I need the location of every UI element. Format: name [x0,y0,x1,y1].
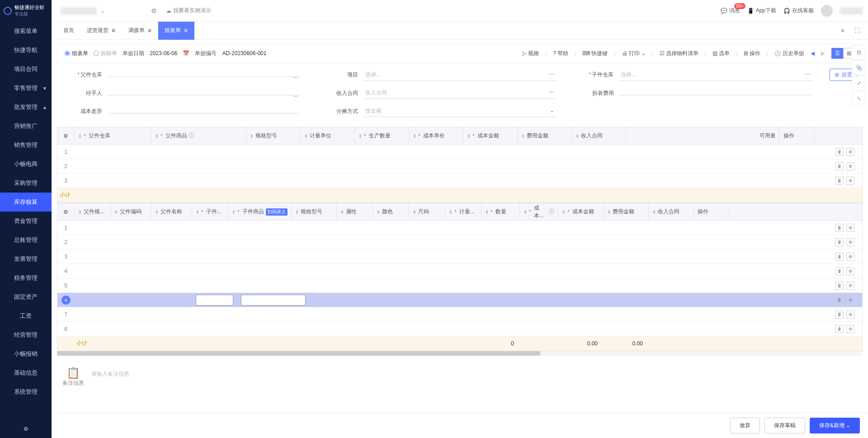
save-draft-button[interactable]: 保存草稿 [764,418,805,433]
table-row[interactable]: 7🗑⊕ [57,307,862,322]
sort-icon[interactable]: ▲▼ [340,210,344,214]
table-row[interactable]: 8🗑⊕ [57,322,862,336]
gear-icon[interactable]: ⚙ [151,7,157,14]
sidebar-item-小畅报销[interactable]: 小畅报销 [0,344,52,363]
sidebar-item-批发管理[interactable]: 批发管理▲ [0,98,52,117]
add-row-button[interactable]: + [61,296,71,305]
video-action[interactable]: ▷ 视频 [523,50,539,57]
copy-icon[interactable]: ⊕ [846,267,854,275]
expand-icon[interactable]: ⤢ [852,76,866,90]
sort-icon[interactable]: ▲▼ [196,210,199,214]
delete-icon[interactable]: 🗑 [835,162,844,170]
date-value[interactable]: 2023-06-06 [150,50,177,57]
discard-button[interactable]: 放弃 [730,418,760,433]
copy-icon[interactable]: ⊕ [846,296,854,304]
edit-input[interactable] [241,295,306,306]
history-action[interactable]: 🕓 历史单据 [774,50,804,57]
info-icon[interactable]: ⓘ [549,208,554,216]
project-input[interactable]: 选择...⋯ [363,69,556,81]
delete-icon[interactable]: 🗑 [835,224,844,232]
delete-icon[interactable]: 🗑 [835,148,844,156]
save-new-button[interactable]: 保存&新增 ⌄ [810,418,860,433]
sidebar-item-项目合同[interactable]: 项目合同 [0,60,52,79]
attachment-icon[interactable]: 📎 [852,61,866,75]
app-download-button[interactable]: 📱 App下载 [747,7,776,14]
copy-icon[interactable]: ⊕ [846,282,854,290]
sort-icon[interactable]: ▲▼ [304,134,308,138]
fullscreen-icon[interactable]: ⛶ [852,25,863,36]
sort-icon[interactable]: ▲▼ [467,134,471,138]
table-row[interactable]: 1🗑⊕ [57,221,862,235]
child-wh-input[interactable]: 选择...⋯ [619,69,811,81]
sort-icon[interactable]: ▲▼ [295,210,299,214]
table-row[interactable]: 4🗑⊕ [57,264,862,278]
table-row[interactable]: 2🗑⊕ [57,235,862,250]
sort-icon[interactable]: ▲▼ [449,210,453,214]
fee-input[interactable] [619,91,812,95]
sort-icon[interactable]: ▲▼ [155,134,159,138]
parent-wh-input[interactable]: ⋯ [108,73,300,77]
sidebar-item-固定资产[interactable]: 固定资产 [0,287,52,306]
list-view-button[interactable]: ☰ [831,48,843,59]
copy-icon[interactable]: ⊕ [846,325,854,333]
close-all-icon[interactable]: ✕ [837,25,848,36]
tab-首页[interactable]: 首页 [57,22,80,40]
copy-icon[interactable]: ⊕ [846,224,854,232]
company-selector[interactable]: ⌄ [57,5,147,16]
sort-icon[interactable]: ▲▼ [155,210,159,214]
sidebar-item-小畅电商[interactable]: 小畅电商 [0,155,52,174]
sidebar-item-采购管理[interactable]: 采购管理 [0,174,52,193]
close-icon[interactable]: ✕ [111,28,116,34]
close-icon[interactable]: ✕ [184,28,188,34]
table-row[interactable]: 3🗑⊕ [57,174,862,188]
select-action[interactable]: ▤ 选单 [712,50,730,57]
sidebar-item-发票管理[interactable]: 发票管理 [0,250,52,268]
radio-assemble[interactable]: 组装单 [65,50,88,57]
delete-icon[interactable]: 🗑 [835,253,844,261]
remark-input[interactable]: 请输入备注信息 [91,367,857,387]
sort-icon[interactable]: ▲▼ [232,210,236,214]
demo-link[interactable]: ☁ 我要看实例演示 [166,7,211,14]
delete-icon[interactable]: 🗑 [835,238,844,246]
sort-icon[interactable]: ▲▼ [562,210,566,214]
next-icon[interactable]: ▶ [821,50,825,57]
scan-tag[interactable]: 扫码录入 [266,208,288,216]
message-button[interactable]: 💬 消息 99+ [721,7,740,14]
sidebar-item-搜索菜单[interactable]: 搜索菜单 [0,22,52,41]
gear-icon[interactable]: ⚙ [57,127,75,144]
sidebar-item-库存核算[interactable]: 库存核算 [0,193,52,212]
sidebar-item-总账管理[interactable]: 总账管理 [0,231,52,250]
sort-icon[interactable]: ▲▼ [78,210,82,214]
tab-调拨单[interactable]: 调拨单✕ [122,22,158,40]
sidebar-settings[interactable]: ⚙ [0,420,52,438]
sort-icon[interactable]: ▲▼ [576,134,579,138]
income-input[interactable]: 收入合同⋯ [363,87,556,99]
sort-icon[interactable]: ▲▼ [607,210,611,214]
table-row[interactable]: 1🗑⊕ [57,145,862,159]
horizontal-scrollbar[interactable] [57,351,863,356]
copy-icon[interactable]: ⊕ [846,148,854,156]
table-row[interactable]: 5🗑⊕ [57,278,862,293]
delete-icon[interactable]: 🗑 [835,296,844,304]
tab-组装单[interactable]: 组装单✕ [158,22,194,40]
sidebar-item-资金管理[interactable]: 资金管理 [0,212,52,231]
prev-icon[interactable]: ◀ [811,50,815,57]
sidebar-item-税务管理[interactable]: 税务管理 [0,268,52,287]
sidebar-item-销售管理[interactable]: 销售管理 [0,136,52,155]
info-icon[interactable]: ⓘ [189,132,194,140]
sort-icon[interactable]: ▲▼ [652,210,656,214]
calendar-icon[interactable]: 📅 [183,50,189,57]
sidebar-item-零售管理[interactable]: 零售管理▼ [0,79,52,98]
table-row[interactable]: 3🗑⊕ [57,250,862,264]
delete-icon[interactable]: 🗑 [835,311,844,319]
handler-input[interactable]: ⋯ [108,91,300,95]
sort-icon[interactable]: ▲▼ [114,210,118,214]
service-button[interactable]: 🎧 在线客服 [783,7,814,14]
operate-action[interactable]: ⊞ 操作 [744,50,760,57]
table-row[interactable]: 2🗑⊕ [57,159,862,174]
material-action[interactable]: ☑ 选择物料清单 [660,50,698,57]
sidebar-item-营销推广[interactable]: 营销推广 [0,117,52,136]
sidebar-item-基础信息[interactable]: 基础信息 [0,363,52,382]
sort-icon[interactable]: ▲▼ [250,134,254,138]
avatar[interactable] [821,5,833,17]
